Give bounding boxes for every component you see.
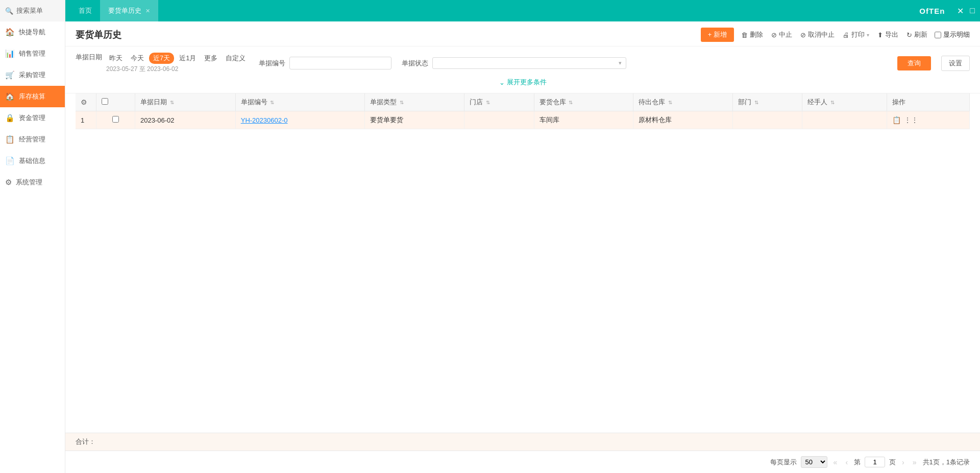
last-page-btn[interactable]: » <box>911 457 919 467</box>
operation-icon: 📋 <box>5 135 15 144</box>
sort-date-icon[interactable]: ⇅ <box>170 100 174 105</box>
status-label: 单据状态 <box>402 59 428 68</box>
date-btn-1month[interactable]: 近1月 <box>176 53 199 64</box>
system-icon: ⚙ <box>5 178 12 187</box>
sort-department-icon[interactable]: ⇅ <box>754 100 758 105</box>
display-cell-checkbox[interactable] <box>935 32 941 38</box>
sort-bill-no-icon[interactable]: ⇅ <box>270 100 274 105</box>
col-pending-warehouse: 待出仓库 ⇅ <box>633 93 733 111</box>
next-page-btn[interactable]: › <box>900 457 906 467</box>
col-action: 操作 <box>887 93 969 111</box>
sidebar-item-label: 系统管理 <box>16 178 42 187</box>
action-icons: 📋 ⋮⋮ <box>892 116 964 124</box>
col-req-warehouse: 要货仓库 ⇅ <box>534 93 633 111</box>
display-cell-toggle[interactable]: 显示明细 <box>935 30 970 39</box>
col-department: 部门 ⇅ <box>733 93 802 111</box>
table-area: ⚙ 单据日期 ⇅ 单据编号 ⇅ <box>65 93 980 433</box>
sidebar-item-basic-info[interactable]: 📄 基础信息 <box>0 150 65 172</box>
select-all-checkbox[interactable] <box>102 98 108 105</box>
col-date: 单据日期 ⇅ <box>135 93 235 111</box>
print-button[interactable]: 🖨 打印 ▾ <box>842 28 870 41</box>
new-button[interactable]: + 新增 <box>701 28 734 42</box>
date-range-text: 2023-05-27 至 2023-06-02 <box>106 65 249 74</box>
row-bill-no-link[interactable]: YH-20230602-0 <box>241 116 288 124</box>
tab-close-icon[interactable]: ✕ <box>145 8 150 14</box>
expand-icon: ⌄ <box>499 79 505 86</box>
window-close-icon[interactable]: ✕ <box>957 6 964 16</box>
prev-page-btn[interactable]: ‹ <box>843 457 850 467</box>
cancel-stop-button[interactable]: ⊘ 取消中止 <box>799 28 836 41</box>
date-btn-7days[interactable]: 近7天 <box>149 53 174 64</box>
per-page-label: 每页显示 <box>770 458 797 467</box>
stop-button[interactable]: ⊘ 中止 <box>770 28 793 41</box>
sidebar-item-purchase[interactable]: 🛒 采购管理 <box>0 64 65 86</box>
sidebar-item-system[interactable]: ⚙ 系统管理 <box>0 172 65 193</box>
first-page-btn[interactable]: « <box>831 457 840 467</box>
date-btn-yesterday[interactable]: 昨天 <box>106 53 126 64</box>
table-row: 1 2023-06-02 YH-20230602-0 要货单要货 车间库 原材料… <box>76 111 970 129</box>
window-maximize-icon[interactable]: □ <box>970 6 975 15</box>
refresh-icon: ↻ <box>906 31 912 39</box>
settings-button[interactable]: 设置 <box>941 56 970 71</box>
query-button[interactable]: 查询 <box>897 56 931 70</box>
sidebar-item-label: 销售管理 <box>19 49 45 58</box>
table-header-row: ⚙ 单据日期 ⇅ 单据编号 ⇅ <box>76 93 970 111</box>
date-btn-custom[interactable]: 自定义 <box>223 53 249 64</box>
expand-more-btn[interactable]: ⌄ 展开更多条件 <box>76 78 970 87</box>
col-settings: ⚙ <box>76 93 96 111</box>
filter-area: 单据日期 昨天 今天 近7天 近1月 更多 自定义 2023-05-27 至 2… <box>65 46 980 93</box>
row-handler <box>802 111 887 129</box>
sort-handler-icon[interactable]: ⇅ <box>830 100 835 105</box>
sort-store-icon[interactable]: ⇅ <box>486 100 490 105</box>
status-filter-group: 单据状态 ▾ <box>402 57 887 69</box>
sidebar-item-sales[interactable]: 📊 销售管理 <box>0 43 65 64</box>
row-checkbox[interactable] <box>112 116 119 123</box>
row-index: 1 <box>76 111 96 129</box>
tab-home-label: 首页 <box>79 6 92 15</box>
sidebar-item-label: 基础信息 <box>19 156 45 165</box>
sort-req-warehouse-icon[interactable]: ⇅ <box>569 100 573 105</box>
sidebar-item-operation[interactable]: 📋 经营管理 <box>0 129 65 150</box>
sidebar-search[interactable]: 🔍 搜索菜单 <box>0 0 65 21</box>
per-page-select[interactable]: 10 20 50 100 <box>801 456 827 468</box>
tab-home[interactable]: 首页 <box>70 0 100 21</box>
sidebar-item-quick-nav[interactable]: 🏠 快捷导航 <box>0 21 65 43</box>
refresh-button[interactable]: ↻ 刷新 <box>905 28 928 41</box>
stop-icon: ⊘ <box>771 31 777 39</box>
total-info: 共1页，1条记录 <box>923 458 970 467</box>
cancel-stop-icon: ⊘ <box>800 31 806 39</box>
status-dropdown-icon: ▾ <box>619 60 622 66</box>
row-view-icon[interactable]: 📋 <box>892 116 901 124</box>
delete-button[interactable]: 🗑 删除 <box>740 28 764 41</box>
row-date: 2023-06-02 <box>135 111 235 129</box>
export-button[interactable]: ⬆ 导出 <box>876 28 899 41</box>
bill-no-input[interactable] <box>289 57 391 69</box>
sort-pending-warehouse-icon[interactable]: ⇅ <box>668 100 672 105</box>
col-bill-type: 单据类型 ⇅ <box>365 93 464 111</box>
row-req-warehouse: 车间库 <box>534 111 633 129</box>
filter-row-1: 单据日期 昨天 今天 近7天 近1月 更多 自定义 2023-05-27 至 2… <box>76 53 970 74</box>
finance-icon: 🔒 <box>5 113 15 123</box>
date-filter-group: 单据日期 昨天 今天 近7天 近1月 更多 自定义 2023-05-27 至 2… <box>76 53 249 74</box>
sort-bill-type-icon[interactable]: ⇅ <box>400 100 404 105</box>
settings-gear-icon[interactable]: ⚙ <box>81 98 87 106</box>
delete-icon: 🗑 <box>741 31 748 39</box>
sales-icon: 📊 <box>5 49 15 58</box>
sidebar: 🔍 搜索菜单 🏠 快捷导航 📊 销售管理 🛒 采购管理 🏠 库存核算 🔒 资金管… <box>0 0 65 473</box>
home-icon: 🏠 <box>5 28 15 37</box>
main-area: 首页 要货单历史 ✕ OfTEn ✕ □ 要货单历史 + 新增 🗑 删除 ⊘ <box>65 0 980 473</box>
date-btn-more[interactable]: 更多 <box>201 53 220 64</box>
topbar: 首页 要货单历史 ✕ OfTEn ✕ □ <box>65 0 980 21</box>
tab-requisition-history[interactable]: 要货单历史 ✕ <box>100 0 158 21</box>
search-icon: 🔍 <box>5 7 13 15</box>
row-bill-no: YH-20230602-0 <box>235 111 365 129</box>
pagination-bar: 每页显示 10 20 50 100 « ‹ 第 页 › » 共1页，1条记录 <box>65 451 980 473</box>
row-department <box>733 111 802 129</box>
status-select[interactable]: ▾ <box>432 57 626 69</box>
sidebar-item-inventory[interactable]: 🏠 库存核算 <box>0 86 65 107</box>
sidebar-item-finance[interactable]: 🔒 资金管理 <box>0 107 65 129</box>
page-suffix: 页 <box>889 458 896 467</box>
date-btn-today[interactable]: 今天 <box>128 53 147 64</box>
page-number-input[interactable] <box>865 457 885 467</box>
row-edit-icon[interactable]: ⋮⋮ <box>904 116 918 124</box>
